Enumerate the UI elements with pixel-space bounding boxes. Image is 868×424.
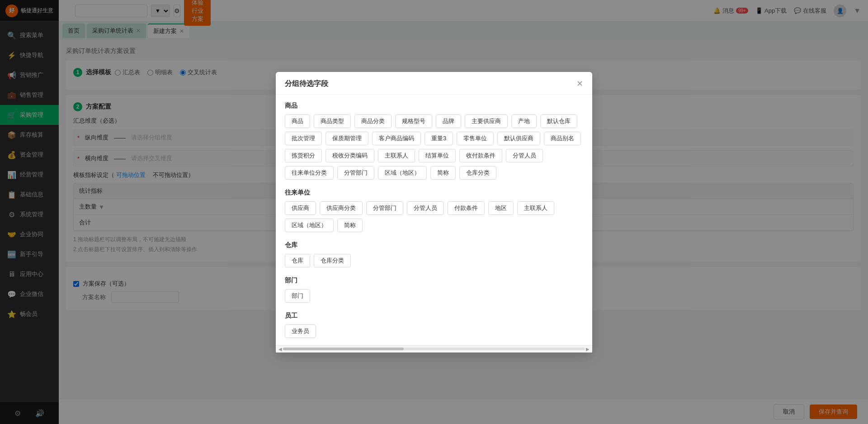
field-group-title: 部门 <box>285 276 583 285</box>
field-tag-区域（地区）[interactable]: 区域（地区） <box>378 166 427 180</box>
field-group-title: 商品 <box>285 102 583 110</box>
field-tag-拣货积分[interactable]: 拣货积分 <box>285 149 322 162</box>
field-tag-商品类型[interactable]: 商品类型 <box>314 114 351 128</box>
field-tags: 供应商供应商分类分管部门分管人员付款条件地区主联系人区域（地区）简称 <box>285 201 583 232</box>
field-group-部门: 部门部门 <box>285 276 583 303</box>
field-tag-地区[interactable]: 地区 <box>488 201 514 215</box>
field-tag-仓库分类[interactable]: 仓库分类 <box>314 254 351 267</box>
field-tag-往来单位分类[interactable]: 往来单位分类 <box>285 166 334 180</box>
field-tag-供应商分类[interactable]: 供应商分类 <box>320 201 363 215</box>
field-tag-供应商[interactable]: 供应商 <box>285 201 316 215</box>
modal-bottom-scrollbar[interactable]: ◀ ▶ <box>276 345 592 353</box>
field-tags: 仓库仓库分类 <box>285 254 583 267</box>
scroll-left-arrow[interactable]: ◀ <box>278 347 283 352</box>
field-tag-业务员[interactable]: 业务员 <box>285 324 316 338</box>
field-tag-仓库分类[interactable]: 仓库分类 <box>459 166 496 180</box>
field-tag-部门[interactable]: 部门 <box>285 289 310 303</box>
field-tag-商品别名[interactable]: 商品别名 <box>544 132 581 145</box>
field-tag-保质期管理[interactable]: 保质期管理 <box>326 132 368 145</box>
field-tag-商品[interactable]: 商品 <box>285 114 310 128</box>
field-tag-区域（地区）[interactable]: 区域（地区） <box>285 219 334 232</box>
field-tag-仓库[interactable]: 仓库 <box>285 254 310 267</box>
field-tag-默认仓库[interactable]: 默认仓库 <box>540 114 577 128</box>
field-tag-规格型号[interactable]: 规格型号 <box>395 114 432 128</box>
field-tag-付款条件[interactable]: 付款条件 <box>448 201 485 215</box>
field-tag-产地[interactable]: 产地 <box>511 114 537 128</box>
field-tag-批次管理[interactable]: 批次管理 <box>285 132 322 145</box>
modal-dialog: 分组待选字段 ✕ 商品商品商品类型商品分类规格型号品牌主要供应商产地默认仓库批次… <box>276 72 592 353</box>
field-group-员工: 员工业务员 <box>285 312 583 338</box>
scroll-right-arrow[interactable]: ▶ <box>585 347 590 352</box>
field-tag-品牌[interactable]: 品牌 <box>436 114 461 128</box>
field-group-往来单位: 往来单位供应商供应商分类分管部门分管人员付款条件地区主联系人区域（地区）简称 <box>285 189 583 232</box>
field-group-仓库: 仓库仓库仓库分类 <box>285 241 583 267</box>
modal-header: 分组待选字段 ✕ <box>276 72 592 95</box>
field-group-title: 员工 <box>285 312 583 320</box>
field-tag-简称[interactable]: 简称 <box>430 166 456 180</box>
field-tags: 部门 <box>285 289 583 303</box>
modal-title: 分组待选字段 <box>285 79 328 89</box>
field-tags: 商品商品类型商品分类规格型号品牌主要供应商产地默认仓库批次管理保质期管理客户商品… <box>285 114 583 180</box>
field-tag-主要供应商[interactable]: 主要供应商 <box>465 114 508 128</box>
modal-body: 商品商品商品类型商品分类规格型号品牌主要供应商产地默认仓库批次管理保质期管理客户… <box>276 95 592 345</box>
field-tag-结算单位[interactable]: 结算单位 <box>419 149 456 162</box>
scroll-thumb[interactable] <box>283 348 404 350</box>
field-tag-分管人员[interactable]: 分管人员 <box>407 201 444 215</box>
field-tag-主联系人[interactable]: 主联系人 <box>517 201 554 215</box>
field-group-title: 仓库 <box>285 241 583 249</box>
field-tag-分管部门[interactable]: 分管部门 <box>337 166 374 180</box>
field-tag-收付款条件[interactable]: 收付款条件 <box>459 149 502 162</box>
field-tag-零售单位[interactable]: 零售单位 <box>457 132 494 145</box>
field-tag-分管部门[interactable]: 分管部门 <box>366 201 403 215</box>
field-tag-商品分类[interactable]: 商品分类 <box>354 114 392 128</box>
modal-close-button[interactable]: ✕ <box>576 80 583 88</box>
field-tag-默认供应商[interactable]: 默认供应商 <box>497 132 540 145</box>
scroll-track[interactable] <box>283 348 585 350</box>
field-group-title: 往来单位 <box>285 189 583 197</box>
field-tags: 业务员 <box>285 324 583 338</box>
field-tag-主联系人[interactable]: 主联系人 <box>378 149 415 162</box>
field-tag-简称[interactable]: 简称 <box>337 219 363 232</box>
field-tag-分管人员[interactable]: 分管人员 <box>506 149 543 162</box>
field-tag-税收分类编码[interactable]: 税收分类编码 <box>326 149 374 162</box>
field-group-商品: 商品商品商品类型商品分类规格型号品牌主要供应商产地默认仓库批次管理保质期管理客户… <box>285 102 583 180</box>
field-tag-客户商品编码[interactable]: 客户商品编码 <box>372 132 421 145</box>
field-tag-重量3[interactable]: 重量3 <box>425 132 453 145</box>
modal-overlay[interactable]: 分组待选字段 ✕ 商品商品商品类型商品分类规格型号品牌主要供应商产地默认仓库批次… <box>0 0 868 424</box>
